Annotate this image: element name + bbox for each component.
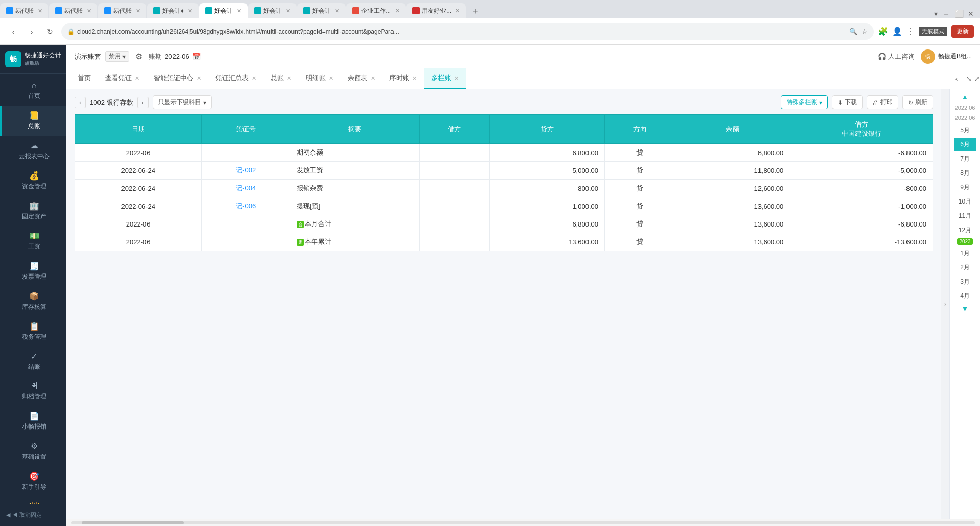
tab-close-8[interactable]: ✕ xyxy=(395,8,400,14)
filter-button[interactable]: 只显示下级科目 ▾ xyxy=(153,95,212,109)
search-address-icon[interactable]: 🔍 xyxy=(849,28,857,35)
sidebar-item-funds[interactable]: 💰 资金管理 xyxy=(0,166,66,196)
voucher-link-3[interactable]: 记-004 xyxy=(236,184,256,192)
tab-haohuiji-1[interactable]: 好会计♦ ✕ xyxy=(147,3,199,18)
cal-month-sep[interactable]: 9月 xyxy=(954,181,976,194)
download-button[interactable]: ⬇ 下载 xyxy=(832,95,863,109)
refresh-button[interactable]: ↻ 刷新 xyxy=(902,95,933,109)
tab-smart-voucher[interactable]: 智能凭证中心 ✕ xyxy=(146,68,208,89)
more-options-icon[interactable]: ⋮ xyxy=(906,27,915,36)
cal-month-feb-2023[interactable]: 2月 xyxy=(954,261,976,274)
tab-enterprise[interactable]: 企业工作... ✕ xyxy=(346,3,406,18)
sidebar-item-assets[interactable]: 🏢 固定资产 xyxy=(0,196,66,226)
tab-youyou[interactable]: 用友好业... ✕ xyxy=(406,3,466,18)
service-button[interactable]: 🎧 人工咨询 xyxy=(878,52,915,61)
tab-journal[interactable]: 序时账 ✕ xyxy=(382,68,424,89)
tab-yidazhang-2[interactable]: 易代账 ✕ xyxy=(49,3,97,18)
tab-detail-ledger-close[interactable]: ✕ xyxy=(329,75,333,82)
tab-yidazhang-3[interactable]: 易代账 ✕ xyxy=(98,3,146,18)
tab-view-voucher-close[interactable]: ✕ xyxy=(135,75,139,82)
tab-balance[interactable]: 余额表 ✕ xyxy=(340,68,382,89)
new-tab-button[interactable]: ＋ xyxy=(467,3,484,18)
reload-button[interactable]: ↻ xyxy=(43,24,57,39)
maximize-button[interactable]: ⬜ xyxy=(955,10,964,18)
tab-multi-column[interactable]: 多栏账 ✕ xyxy=(424,68,466,89)
scroll-thumb[interactable] xyxy=(82,521,184,524)
panel-collapse-button[interactable]: › xyxy=(941,89,949,519)
tab-collapse-button[interactable]: ‹ xyxy=(949,68,964,89)
tab-general-ledger-close[interactable]: ✕ xyxy=(287,75,291,82)
cal-month-may[interactable]: 5月 xyxy=(954,123,976,137)
sidebar-item-payroll[interactable]: 💵 工资 xyxy=(0,226,66,256)
sidebar-item-home[interactable]: ⌂ 首页 xyxy=(0,76,66,106)
tab-journal-close[interactable]: ✕ xyxy=(412,75,417,82)
minimize-button[interactable]: － xyxy=(942,9,951,18)
sidebar-item-member[interactable]: 👑 畅会员 xyxy=(0,496,66,504)
sidebar-item-invoice[interactable]: 🧾 发票管理 xyxy=(0,256,66,286)
tab-close-3[interactable]: ✕ xyxy=(136,8,140,14)
calendar-scroll-up[interactable]: ▲ xyxy=(954,91,976,103)
cal-month-jun[interactable]: 6月 xyxy=(954,138,976,151)
multi-col-button[interactable]: 特殊多栏账 ▾ xyxy=(781,95,828,109)
tab-close-7[interactable]: ✕ xyxy=(335,8,339,14)
print-button[interactable]: 🖨 打印 xyxy=(867,95,898,109)
tab-close-2[interactable]: ✕ xyxy=(87,8,91,14)
tab-list-icon[interactable]: ▾ xyxy=(934,10,938,18)
tab-yidazhang-1[interactable]: 易代账 ✕ xyxy=(0,3,48,18)
cell-voucher-4[interactable]: 记-006 xyxy=(202,197,290,215)
tab-voucher-summary[interactable]: 凭证汇总表 ✕ xyxy=(208,68,263,89)
settings-icon[interactable]: ⚙ xyxy=(135,52,142,61)
next-account-button[interactable]: › xyxy=(137,97,149,108)
cell-voucher-3[interactable]: 记-004 xyxy=(202,180,290,197)
tab-view-voucher[interactable]: 查看凭证 ✕ xyxy=(98,68,146,89)
cal-month-apr-2023[interactable]: 4月 xyxy=(954,289,976,303)
tab-multi-column-close[interactable]: ✕ xyxy=(454,75,459,82)
cal-month-jul[interactable]: 7月 xyxy=(954,152,976,165)
bookmark-icon[interactable]: ☆ xyxy=(862,28,868,35)
sidebar-item-expense[interactable]: 📄 小畅报销 xyxy=(0,406,66,436)
voucher-link-4[interactable]: 记-006 xyxy=(236,202,256,210)
sidebar-item-cloud[interactable]: ☁ 云报表中心 xyxy=(0,136,66,166)
back-button[interactable]: ‹ xyxy=(6,24,20,39)
collapse-panel-icon[interactable]: ⤡ xyxy=(966,74,972,83)
tab-haohuiji-3[interactable]: 好会计 ✕ xyxy=(297,3,346,18)
sidebar-item-ledger[interactable]: 📒 总账 xyxy=(0,106,66,136)
sidebar-item-inventory[interactable]: 📦 库存核算 xyxy=(0,286,66,316)
cal-month-mar-2023[interactable]: 3月 xyxy=(954,275,976,288)
extensions-icon[interactable]: 🧩 xyxy=(878,27,888,36)
tab-general-ledger[interactable]: 总账 ✕ xyxy=(263,68,299,89)
calendar-icon[interactable]: 📅 xyxy=(192,53,201,60)
tab-haohuiji-2[interactable]: 好会计 ✕ xyxy=(248,3,297,18)
tab-balance-close[interactable]: ✕ xyxy=(371,75,375,82)
address-box[interactable]: 🔒 cloud2.chanjet.com/accounting/uh26t264… xyxy=(61,23,874,40)
tab-voucher-summary-close[interactable]: ✕ xyxy=(252,75,256,82)
prev-account-button[interactable]: ‹ xyxy=(75,97,86,108)
profile-icon[interactable]: 👤 xyxy=(892,27,902,36)
sidebar-item-guide[interactable]: 🎯 新手引导 xyxy=(0,466,66,496)
sidebar-item-tax[interactable]: 📋 税务管理 xyxy=(0,316,66,346)
tab-close-6[interactable]: ✕ xyxy=(286,8,290,14)
tab-close-9[interactable]: ✕ xyxy=(455,8,460,14)
cal-month-dec[interactable]: 12月 xyxy=(954,223,976,237)
sidebar-item-settings[interactable]: ⚙ 基础设置 xyxy=(0,436,66,466)
cal-month-nov[interactable]: 11月 xyxy=(954,209,976,222)
tab-detail-ledger[interactable]: 明细账 ✕ xyxy=(299,68,340,89)
calendar-scroll-down[interactable]: ▼ xyxy=(954,303,976,314)
tab-close-4[interactable]: ✕ xyxy=(188,8,192,14)
expand-panel-icon[interactable]: ⤢ xyxy=(974,74,980,83)
update-button[interactable]: 更新 xyxy=(951,25,974,38)
sidebar-item-close-accounts[interactable]: ✓ 结账 xyxy=(0,346,66,377)
cal-month-oct[interactable]: 10月 xyxy=(954,195,976,208)
tab-home[interactable]: 首页 xyxy=(70,68,98,89)
sidebar-item-archive[interactable]: 🗄 归档管理 xyxy=(0,377,66,406)
close-window-button[interactable]: ✕ xyxy=(968,10,974,18)
tab-close-1[interactable]: ✕ xyxy=(38,8,42,14)
tab-close-5[interactable]: ✕ xyxy=(237,8,241,14)
tab-haohuiji-active[interactable]: 好会计 ✕ xyxy=(199,3,248,18)
cal-month-jan-2023[interactable]: 1月 xyxy=(954,246,976,260)
forward-button[interactable]: › xyxy=(24,24,39,39)
cal-month-aug[interactable]: 8月 xyxy=(954,166,976,180)
unpin-button[interactable]: ◀ ◀ 取消固定 xyxy=(3,508,63,522)
voucher-link-2[interactable]: 记-002 xyxy=(236,166,256,174)
demo-badge[interactable]: 禁用 ▾ xyxy=(105,51,129,62)
